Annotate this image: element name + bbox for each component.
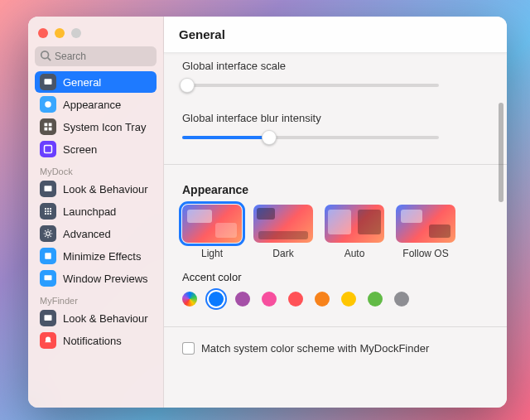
sidebar-item-label: Appearance — [63, 99, 121, 111]
search-input[interactable] — [35, 46, 157, 66]
sidebar-item-label: Look & Behaviour — [63, 183, 148, 196]
svg-rect-20 — [45, 253, 51, 259]
systray-icon — [40, 118, 56, 135]
launchpad-icon — [40, 203, 56, 220]
accent-title: Accent color — [182, 271, 492, 283]
screen-icon — [40, 141, 56, 157]
sidebar-section-label: MyDock — [35, 160, 157, 178]
accent-color-yellow[interactable] — [341, 292, 356, 307]
sidebar-section-label: MyFinder — [35, 289, 157, 307]
accent-color-purple[interactable] — [235, 292, 250, 307]
svg-rect-8 — [45, 146, 52, 153]
divider — [164, 326, 507, 327]
advanced-icon — [40, 225, 56, 242]
appearance-option-label: Follow OS — [402, 248, 448, 259]
sidebar-item-notifications[interactable]: Notifications — [35, 330, 157, 351]
notif-icon — [40, 332, 56, 349]
sidebar-item-label: Screen — [63, 143, 97, 156]
sidebar-item-look-behaviour[interactable]: Look & Behaviour — [35, 307, 157, 329]
slider-thumb[interactable] — [262, 130, 277, 145]
sidebar: GeneralAppearanceSystem Icon TrayScreenM… — [28, 17, 164, 408]
sidebar-item-label: Look & Behaviour — [63, 312, 148, 325]
zoom-icon[interactable] — [71, 28, 81, 38]
minimize-icon[interactable] — [55, 28, 65, 38]
scrollbar-thumb[interactable] — [499, 103, 504, 202]
content-scroll: Global interface scale Global interface … — [164, 53, 507, 408]
sidebar-item-screen[interactable]: Screen — [35, 138, 157, 160]
appearance-option-label: Dark — [272, 248, 293, 259]
page-title-bar: General — [164, 17, 507, 53]
svg-point-14 — [47, 210, 49, 212]
appearance-icon — [40, 96, 56, 113]
accent-color-row — [182, 292, 492, 307]
svg-line-1 — [48, 58, 51, 61]
appearance-option-label: Auto — [344, 248, 365, 259]
blur-slider[interactable] — [182, 136, 439, 139]
look-icon — [40, 310, 56, 326]
main-pane: General Global interface scale Global in… — [164, 17, 507, 408]
sidebar-item-label: Minimize Effects — [63, 250, 141, 263]
match-system-row[interactable]: Match system color scheme with MyDockFin… — [182, 342, 492, 355]
accent-color-green[interactable] — [368, 292, 383, 307]
appearance-option-dark[interactable]: Dark — [253, 205, 313, 259]
sidebar-item-label: Advanced — [63, 228, 111, 240]
sidebar-item-appearance[interactable]: Appearance — [35, 94, 157, 115]
appearance-thumbnail — [396, 205, 455, 243]
sidebar-item-launchpad[interactable]: Launchpad — [35, 200, 157, 222]
accent-color-pink[interactable] — [262, 292, 277, 307]
slider-thumb[interactable] — [180, 78, 195, 93]
scale-label: Global interface scale — [182, 60, 492, 72]
accent-color-multicolor[interactable] — [182, 292, 197, 307]
svg-point-11 — [47, 208, 49, 210]
appearance-thumbnail — [253, 205, 313, 243]
svg-rect-5 — [49, 123, 52, 127]
sidebar-nav: GeneralAppearanceSystem Icon TrayScreenM… — [35, 71, 157, 351]
sidebar-item-window-previews[interactable]: Window Previews — [35, 268, 157, 289]
accent-color-graphite[interactable] — [394, 292, 409, 307]
sidebar-item-label: System Icon Tray — [63, 121, 146, 133]
svg-point-0 — [41, 51, 49, 59]
appearance-option-auto[interactable]: Auto — [325, 205, 384, 259]
sidebar-item-look-behaviour[interactable]: Look & Behaviour — [35, 178, 157, 200]
sidebar-item-minimize-effects[interactable]: Minimize Effects — [35, 245, 157, 267]
search-field[interactable] — [35, 46, 157, 66]
appearance-option-label: Light — [201, 248, 223, 259]
scale-slider[interactable] — [182, 84, 439, 87]
appearance-title: Appearance — [182, 183, 492, 196]
sidebar-item-advanced[interactable]: Advanced — [35, 223, 157, 244]
appearance-options: LightDarkAutoFollow OS — [182, 205, 492, 259]
accent-color-blue[interactable] — [209, 292, 224, 307]
appearance-option-follow-os[interactable]: Follow OS — [396, 205, 455, 259]
close-icon[interactable] — [38, 28, 48, 38]
svg-rect-4 — [45, 123, 48, 127]
accent-color-red[interactable] — [288, 292, 303, 307]
svg-point-18 — [50, 213, 51, 215]
winprev-icon — [40, 270, 56, 287]
svg-point-13 — [45, 210, 46, 212]
sidebar-item-general[interactable]: General — [35, 71, 157, 93]
svg-rect-22 — [45, 315, 52, 321]
general-icon — [40, 74, 56, 90]
svg-point-3 — [45, 101, 51, 108]
sidebar-item-label: Notifications — [63, 335, 122, 347]
window-controls — [35, 23, 157, 46]
svg-rect-21 — [45, 275, 52, 280]
minfx-icon — [40, 248, 56, 264]
appearance-option-light[interactable]: Light — [182, 205, 242, 259]
match-system-checkbox[interactable] — [182, 342, 195, 355]
svg-point-17 — [47, 213, 49, 215]
settings-window: GeneralAppearanceSystem Icon TrayScreenM… — [28, 17, 507, 408]
sidebar-item-label: General — [63, 76, 101, 89]
blur-label: Global interface blur intensity — [182, 112, 492, 124]
match-system-label: Match system color scheme with MyDockFin… — [201, 342, 429, 355]
svg-point-12 — [50, 208, 51, 210]
page-title: General — [179, 27, 225, 41]
svg-point-19 — [46, 232, 51, 236]
divider — [164, 164, 507, 165]
accent-color-orange[interactable] — [315, 292, 330, 307]
appearance-thumbnail — [325, 205, 384, 243]
sidebar-item-label: Window Previews — [63, 273, 148, 285]
svg-rect-9 — [45, 186, 52, 191]
svg-point-15 — [50, 210, 51, 212]
sidebar-item-system-icon-tray[interactable]: System Icon Tray — [35, 116, 157, 138]
